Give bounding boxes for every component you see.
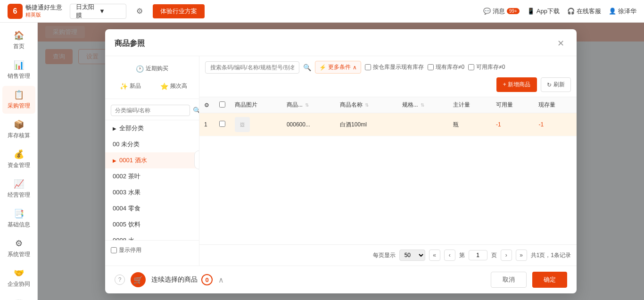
- product-image: 🖼: [235, 117, 250, 132]
- available-stock-filter-label[interactable]: 可用库存≠0: [468, 63, 505, 71]
- phone-icon: 📱: [527, 8, 535, 15]
- left-bottom: 显示停用: [105, 240, 199, 260]
- last-page-btn[interactable]: »: [516, 250, 527, 261]
- sidebar-item-inventory[interactable]: 📦 库存核算: [2, 116, 35, 143]
- warehouse-filter-label[interactable]: 按仓库显示现有库存: [365, 63, 424, 71]
- settings-button[interactable]: ⚙: [132, 4, 147, 19]
- category-liquor[interactable]: ▶ 0001 酒水: [105, 152, 199, 168]
- th-current: 现存量: [534, 97, 577, 113]
- modal-left-panel: 🕐 近期购买 ✨ 新品 ⭐ 频次高: [105, 56, 199, 266]
- app-download-button[interactable]: 📱 App下载: [527, 7, 560, 16]
- th-spec[interactable]: 规格... ⇅: [397, 97, 449, 113]
- th-name[interactable]: 商品名称 ⇅: [335, 97, 397, 113]
- sidebar-item-system[interactable]: ⚙ 系统管理: [2, 234, 35, 262]
- user-menu[interactable]: 👤 徐泽华: [609, 7, 636, 16]
- collapse-footer-btn[interactable]: ∧: [218, 275, 224, 284]
- show-disabled-label[interactable]: 显示停用: [111, 246, 141, 254]
- online-service-button[interactable]: 🎧 在线客服: [567, 7, 601, 16]
- category-tea[interactable]: 0002 茶叶: [105, 168, 199, 184]
- filter-icon: ⚡: [319, 64, 326, 71]
- cell-check: [215, 113, 230, 136]
- add-product-btn[interactable]: + 新增商品: [496, 77, 537, 92]
- category-drinks[interactable]: 0005 饮料: [105, 217, 199, 233]
- th-settings[interactable]: ⚙: [199, 97, 215, 113]
- sidebar-item-operations[interactable]: 📈 经营管理: [2, 175, 35, 203]
- prev-page-btn[interactable]: ‹: [444, 250, 455, 261]
- table-row[interactable]: 1 🖼: [199, 113, 577, 136]
- messages-button[interactable]: 💬 消息 99+: [483, 7, 520, 16]
- sidebar-item-base-info-label: 基础信息: [8, 221, 30, 229]
- sidebar-item-base-info[interactable]: 📑 基础信息: [2, 205, 35, 233]
- cell-name: 白酒100ml: [335, 113, 397, 136]
- th-spec-label: 规格...: [402, 101, 418, 108]
- search-icon[interactable]: 🔍: [193, 107, 199, 114]
- more-filters-btn[interactable]: ⚡ 更多条件 ∧: [315, 61, 361, 74]
- dropdown-button[interactable]: 日太阳膜 ▼: [70, 4, 126, 19]
- footer-buttons: 取消 确定: [491, 272, 567, 288]
- new-products-btn[interactable]: ✨ 新品: [111, 79, 150, 93]
- category-search-input[interactable]: [111, 105, 190, 116]
- th-available-label: 可用量: [496, 101, 513, 108]
- avatar: 👤: [609, 8, 616, 15]
- image-placeholder: 🖼: [240, 122, 245, 127]
- sidebar-item-cooperation[interactable]: 🤝 企业协同: [2, 264, 35, 292]
- category-uncategorized[interactable]: 00 未分类: [105, 136, 199, 152]
- sidebar-item-purchase[interactable]: 📋 采购管理: [2, 86, 35, 114]
- th-checkbox: [215, 97, 230, 113]
- frequent-btn[interactable]: ⭐ 频次高: [154, 79, 194, 93]
- current-stock-filter-label[interactable]: 现有库存≠0: [428, 63, 464, 71]
- current-stock-text: 现有库存≠0: [436, 63, 464, 71]
- sidebar-item-purchase-label: 采购管理: [8, 102, 30, 110]
- purchase-icon: 📋: [14, 90, 24, 100]
- first-page-btn[interactable]: «: [429, 250, 440, 261]
- recent-purchase-btn[interactable]: 🕐 近期购买: [111, 62, 193, 75]
- dropdown-label: 日太阳膜: [76, 3, 97, 20]
- confirm-button[interactable]: 确定: [532, 272, 567, 288]
- show-disabled-checkbox[interactable]: [111, 247, 117, 253]
- category-snacks[interactable]: 0004 零食: [105, 200, 199, 217]
- select-all-checkbox[interactable]: [219, 101, 225, 108]
- sidebar-item-finance[interactable]: 💰 资金管理: [2, 145, 35, 173]
- refresh-btn[interactable]: ↻ 刷新: [541, 77, 571, 92]
- product-search-icon[interactable]: 🔍: [303, 64, 311, 71]
- sidebar-item-home[interactable]: 🏠 首页: [2, 26, 35, 54]
- available-stock-checkbox[interactable]: [468, 64, 474, 70]
- online-service-label: 在线客服: [577, 7, 601, 16]
- modal-overlay: 商品参照 ✕ 🕐 近期购买: [38, 23, 644, 300]
- sidebar-item-sales[interactable]: 📊 销售管理: [2, 56, 35, 84]
- next-page-btn[interactable]: ›: [501, 250, 512, 261]
- category-water[interactable]: 0008 水: [105, 233, 199, 240]
- current-stock-checkbox[interactable]: [428, 64, 434, 70]
- modal-body: 🕐 近期购买 ✨ 新品 ⭐ 频次高: [105, 56, 577, 266]
- collapse-panel-btn[interactable]: 《: [194, 150, 199, 169]
- th-unit[interactable]: 主计量: [448, 97, 491, 113]
- arrow-icon: ▶: [113, 126, 116, 131]
- product-search-input[interactable]: [205, 61, 299, 74]
- cell-unit: 瓶: [448, 113, 491, 136]
- th-code[interactable]: 商品... ⇅: [282, 97, 335, 113]
- category-fruit[interactable]: 0003 水果: [105, 184, 199, 200]
- page-input[interactable]: [469, 250, 487, 260]
- help-button[interactable]: ?: [115, 275, 125, 285]
- star-icon: ⭐: [160, 83, 168, 90]
- sidebar-item-cooperation-label: 企业协同: [8, 280, 30, 288]
- category-all[interactable]: ▶ 全部分类: [105, 120, 199, 136]
- divider: [105, 99, 199, 99]
- page-suffix: 页: [491, 251, 497, 259]
- sidebar-item-guide[interactable]: 📖 新手引导: [2, 294, 35, 300]
- sidebar-item-operations-label: 经营管理: [8, 191, 30, 199]
- recent-purchase-label: 近期购买: [146, 65, 168, 73]
- trial-button[interactable]: 体验行业方案: [153, 4, 205, 18]
- cooperation-icon: 🤝: [14, 268, 24, 278]
- sidebar-item-inventory-label: 库存核算: [8, 132, 30, 140]
- total-info: 共1页，1条记录: [531, 251, 571, 259]
- code-value: 000600...: [287, 121, 310, 128]
- cell-seq: 1: [199, 113, 215, 136]
- sort-arrows-spec: ⇅: [421, 102, 424, 108]
- warehouse-filter-checkbox[interactable]: [365, 64, 371, 70]
- cancel-button[interactable]: 取消: [491, 272, 527, 288]
- modal-close-button[interactable]: ✕: [554, 37, 567, 50]
- cart-button[interactable]: 🛒: [131, 272, 146, 287]
- per-page-select[interactable]: 50 100 200: [399, 250, 425, 261]
- row-checkbox[interactable]: [219, 121, 225, 127]
